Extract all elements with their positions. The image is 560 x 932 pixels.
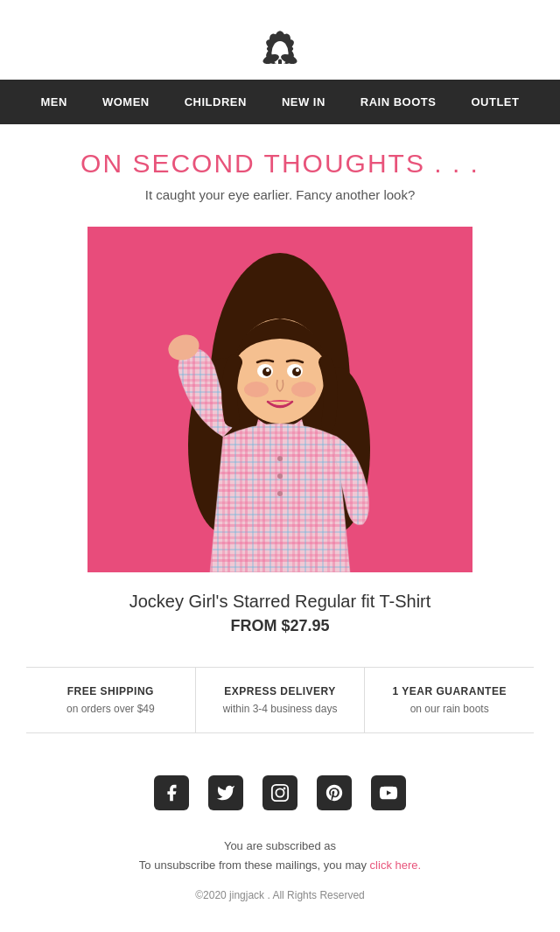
feature-shipping: FREE SHIPPING on orders over $49 (26, 668, 196, 732)
twitter-icon[interactable] (208, 775, 243, 810)
social-bar (0, 751, 560, 828)
svg-point-27 (266, 368, 270, 372)
feature-delivery-desc: within 3-4 business days (205, 703, 356, 715)
main-navigation: MEN WOMEN CHILDREN NEW IN RAIN BOOTS OUT… (0, 80, 560, 124)
svg-point-33 (277, 491, 283, 496)
nav-item-new-in[interactable]: NEW IN (264, 80, 343, 124)
feature-guarantee-title: 1 YEAR GUARANTEE (374, 685, 525, 697)
feature-shipping-desc: on orders over $49 (35, 703, 186, 715)
svg-point-29 (244, 382, 269, 397)
features-bar: FREE SHIPPING on orders over $49 EXPRESS… (26, 667, 534, 733)
instagram-icon[interactable] (262, 775, 298, 810)
feature-guarantee-desc: on our rain boots (374, 703, 525, 715)
svg-point-32 (277, 473, 283, 479)
svg-rect-7 (278, 60, 282, 65)
svg-point-36 (284, 788, 286, 790)
facebook-icon[interactable] (154, 775, 189, 810)
product-name: Jockey Girl's Starred Regular fit T-Shir… (18, 592, 542, 612)
nav-item-outlet[interactable]: OUTLET (453, 80, 536, 124)
svg-point-28 (296, 368, 299, 372)
pinterest-icon[interactable] (317, 775, 352, 810)
unsubscribe-link[interactable]: click here. (370, 858, 422, 872)
svg-point-35 (276, 788, 284, 796)
subscribed-text: You are subscribed as (224, 839, 336, 852)
svg-point-31 (277, 456, 283, 461)
product-info: Jockey Girl's Starred Regular fit T-Shir… (0, 572, 560, 649)
feature-shipping-title: FREE SHIPPING (35, 685, 186, 697)
hero-subtitle: It caught your eye earlier. Fancy anothe… (18, 187, 542, 202)
feature-delivery-title: EXPRESS DELIVERY (205, 685, 356, 697)
nav-item-rain-boots[interactable]: RAIN BOOTS (343, 80, 454, 124)
site-header (0, 0, 560, 80)
unsubscribe-text: To unsubscribe from these mailings, you … (139, 858, 367, 872)
youtube-icon[interactable] (371, 775, 406, 810)
feature-delivery: EXPRESS DELIVERY within 3-4 business day… (196, 668, 366, 732)
nav-item-men[interactable]: MEN (24, 80, 85, 124)
svg-rect-34 (272, 785, 288, 801)
feature-guarantee: 1 YEAR GUARANTEE on our rain boots (365, 668, 534, 732)
nav-item-women[interactable]: WOMEN (85, 80, 167, 124)
copyright: ©2020 jingjack . All Rights Reserved (0, 880, 560, 919)
product-price: FROM $27.95 (18, 617, 542, 635)
svg-point-30 (291, 382, 316, 397)
product-image[interactable] (88, 227, 472, 572)
footer-text: You are subscribed as To unsubscribe fro… (0, 828, 560, 880)
product-image-container (0, 211, 560, 572)
nav-item-children[interactable]: CHILDREN (167, 80, 264, 124)
hero-title: ON SECOND THOUGHTS . . . (18, 149, 542, 179)
site-logo[interactable] (249, 16, 311, 67)
hero-section: ON SECOND THOUGHTS . . . It caught your … (0, 124, 560, 211)
